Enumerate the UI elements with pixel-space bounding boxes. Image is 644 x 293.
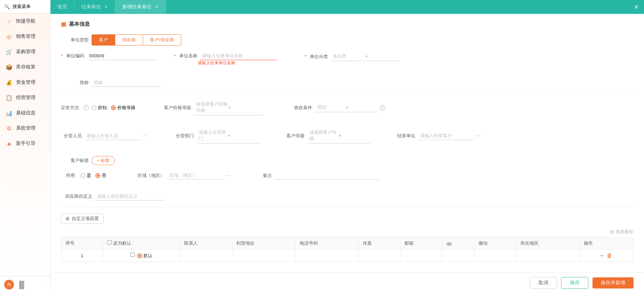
unit-btn-customer[interactable]: 客户 <box>92 34 115 46</box>
add-row-btn[interactable]: + <box>600 253 603 259</box>
sales-icon: ◎ <box>6 33 13 40</box>
price-level-label: 客户价格等级 <box>163 105 191 111</box>
col-phone: 电话号码 <box>295 237 358 250</box>
table-row: 1 默认 <box>61 250 634 262</box>
system-icon: ⚙ <box>6 125 13 132</box>
sidebar-item-finance[interactable]: 💰 资金管理 <box>0 75 50 90</box>
search-menu[interactable]: 🔍 搜索菜单 <box>0 0 50 14</box>
sidebar-item-inventory[interactable]: 📦 库存核算 <box>0 59 50 75</box>
tab-home[interactable]: 首页 <box>50 0 74 14</box>
remark-field-group: 备注 <box>263 171 379 180</box>
row-phone <box>295 250 358 262</box>
tab-partner-list[interactable]: 往来单位 ✕ <box>74 0 115 14</box>
payment-select[interactable]: 现结 ▾ <box>315 103 378 112</box>
tab-partner-list-close[interactable]: ✕ <box>104 5 108 9</box>
sidebar-item-label: 库存核算 <box>16 64 36 70</box>
unit-btn-both[interactable]: 客户/供应商 <box>143 34 181 46</box>
contact-table-wrapper: 序号 设为默认 联系人 到货地址 电话号码 传真 邮箱 qq 微信 所在地区 操… <box>61 237 634 262</box>
remark-input[interactable] <box>275 171 379 180</box>
tab-new-partner-label: 新增往来单位 <box>122 4 151 10</box>
pricing-radio-group: 折扣 价格等级 <box>92 105 135 111</box>
guide-icon: ◈ <box>6 140 13 147</box>
default-radio-circle <box>137 253 142 258</box>
disable-radio-yes[interactable]: 是 <box>80 172 91 179</box>
purchase-icon: 🛒 <box>6 48 13 55</box>
save-button[interactable]: 保存 <box>561 277 588 289</box>
customer-level-label: 客户等级 <box>284 133 305 139</box>
sidebar-item-label: 资金管理 <box>16 79 36 86</box>
tab-partner-list-label: 往来单位 <box>81 4 101 10</box>
sidebar: 🔍 搜索菜单 ⌂ 快捷导航 ◎ 销售管理 🛒 采购管理 📦 库存核算 💰 资金管… <box>0 0 50 293</box>
pricing-radio-discount[interactable]: 折扣 <box>92 105 107 111</box>
tab-bar: 首页 往来单位 ✕ 新增往来单位 ✕ ✕ <box>50 0 644 14</box>
sidebar-item-purchase[interactable]: 🛒 采购管理 <box>0 44 50 59</box>
sidebar-item-operations[interactable]: 📋 经营管理 <box>0 90 50 105</box>
sidebar-bottom: 用 ▐▌ <box>0 276 50 293</box>
region-input[interactable] <box>167 171 223 180</box>
sidebar-item-label: 经营管理 <box>16 95 36 101</box>
settlement-input[interactable] <box>418 132 474 140</box>
disable-no-label: 否 <box>102 172 106 179</box>
radio-level-label: 价格等级 <box>117 105 135 111</box>
row-checkbox[interactable] <box>130 252 135 257</box>
pricing-question[interactable]: ? <box>83 105 89 111</box>
section-title: ▣ 基本信息 <box>61 21 634 27</box>
sidebar-item-guide[interactable]: ◈ 新手引导 <box>0 136 50 151</box>
select-all-checkbox[interactable] <box>107 240 112 245</box>
footer: 取消 保存 保存并新增 <box>50 272 644 293</box>
tab-new-partner-close[interactable]: ✕ <box>155 5 158 9</box>
dept-select[interactable]: 请输入分管部门 ▾ <box>197 128 259 144</box>
category-select[interactable]: 未分类 ▾ <box>331 52 400 61</box>
batch-delete: 🗑 批量删除 <box>61 229 634 235</box>
sidebar-item-sales[interactable]: ◎ 销售管理 <box>0 29 50 44</box>
payment-question[interactable]: ? <box>380 105 385 111</box>
supplier-custom-input[interactable] <box>95 192 165 201</box>
user-avatar: 用 <box>4 280 14 290</box>
delete-row-btn[interactable]: 🗑 <box>607 253 612 259</box>
disable-label: 停用 <box>61 172 75 179</box>
main-content: 首页 往来单位 ✕ 新增往来单位 ✕ ✕ ▣ 基本信息 单位类型 客户 供应商 … <box>50 0 644 293</box>
tab-bar-close[interactable]: ✕ <box>628 0 644 14</box>
category-label: 单位分类 <box>307 54 328 60</box>
code-name-category-row: * 单位编码 * 单位名称 请输入往来单位名称 * 单位分类 <box>61 52 634 72</box>
name-error-msg: 请输入往来单位名称 <box>198 60 235 65</box>
disable-field-group: 停用 是 否 <box>61 172 106 179</box>
sidebar-item-quick-nav[interactable]: ⌂ 快捷导航 <box>0 14 50 29</box>
default-label: 默认 <box>143 253 152 259</box>
region-dots-btn[interactable]: ··· <box>223 172 231 179</box>
sidebar-item-label: 新手引导 <box>16 140 36 147</box>
row-qq <box>442 250 474 262</box>
operations-icon: 📋 <box>6 94 13 101</box>
section-icon: ▣ <box>61 21 66 27</box>
save-new-button[interactable]: 保存并新增 <box>592 277 634 288</box>
row-default: 默认 <box>103 250 180 262</box>
abbr-input[interactable] <box>92 79 161 87</box>
custom-settings-button[interactable]: ⚙ 自定义项设置 <box>61 213 103 224</box>
sidebar-item-basic-info[interactable]: 📊 基础信息 <box>0 105 50 121</box>
settlement-label: 结算单位 <box>394 133 415 139</box>
batch-delete-label: 批量删除 <box>615 229 634 235</box>
default-radio[interactable]: 默认 <box>137 253 152 259</box>
inventory-icon: 📦 <box>6 64 13 71</box>
disable-radio-group: 是 否 <box>80 172 106 179</box>
add-tag-button[interactable]: + 标签 <box>92 156 115 165</box>
manager-dots-btn[interactable]: ··· <box>140 133 149 139</box>
code-input[interactable] <box>87 52 157 60</box>
tab-new-partner[interactable]: 新增往来单位 ✕ <box>115 0 166 14</box>
unit-btn-supplier[interactable]: 供应商 <box>115 34 143 46</box>
name-input[interactable] <box>200 52 277 60</box>
sidebar-item-system[interactable]: ⚙ 系统管理 <box>0 121 50 136</box>
pricing-radio-level[interactable]: 价格等级 <box>111 105 135 111</box>
disable-radio-no[interactable]: 否 <box>95 172 106 179</box>
manager-input[interactable] <box>85 132 140 140</box>
customer-level-select[interactable]: 请选择客户等级 ▾ <box>307 128 370 144</box>
row-contact <box>180 250 232 262</box>
close-icon: ✕ <box>634 4 638 10</box>
name-field-group: * 单位名称 请输入往来单位名称 <box>174 52 277 66</box>
price-level-select[interactable]: 请选择客户价格等级 ▾ <box>194 100 264 115</box>
cancel-button[interactable]: 取消 <box>530 277 557 289</box>
payment-value: 现结 <box>317 104 346 111</box>
settlement-dots-btn[interactable]: ··· <box>474 133 482 139</box>
unit-type-row: 单位类型 客户 供应商 客户/供应商 <box>61 34 634 46</box>
section-title-text: 基本信息 <box>69 21 90 27</box>
